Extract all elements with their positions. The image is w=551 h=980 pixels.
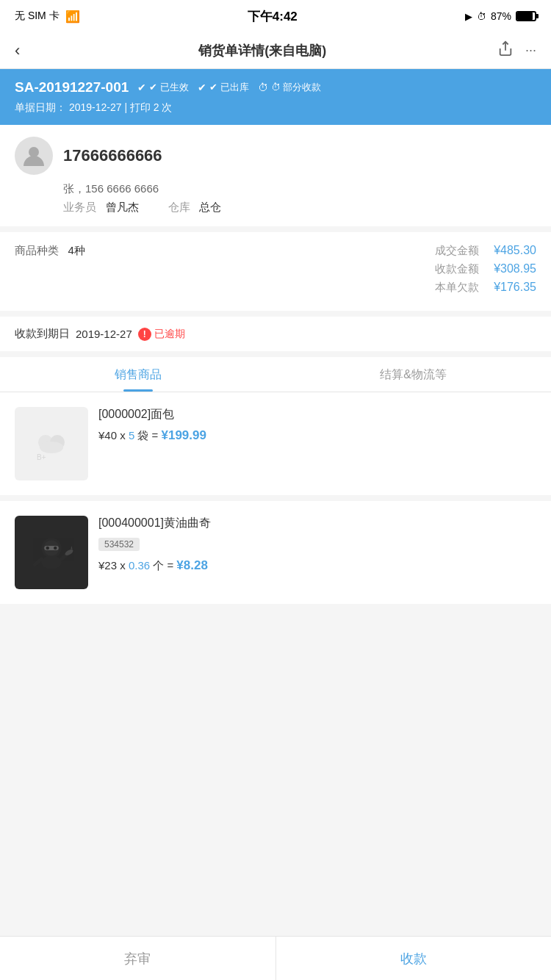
cancel-button[interactable]: 弃审 [0,937,276,980]
owed-value: ¥176.35 [494,281,536,295]
product-thumbnail-1: B+ [15,407,88,480]
due-date-value: 2019-12-27 [76,328,132,340]
summary-section: 商品种类 4种 成交金额 ¥485.30 收款金额 ¥308.95 本单欠款 ¥… [0,232,551,311]
deal-amount-label: 成交金额 [435,244,479,258]
avatar [15,137,53,175]
tabs-row: 销售商品 结算&物流等 [0,357,551,392]
product-type-label: 商品种类 [15,244,59,256]
customer-meta: 业务员 曾凡杰 仓库 总仓 [63,201,536,215]
salesperson-value: 曾凡杰 [106,201,139,213]
product-type-value: 4种 [68,244,85,256]
back-button[interactable]: ‹ [15,41,27,60]
price-qty-1: 5 [129,429,134,442]
received-label: 收款金额 [435,262,479,276]
svg-text:B+: B+ [37,453,46,461]
product-info-1: [0000002]面包 ¥40 x 5 袋 = ¥199.99 [98,407,536,443]
owed-label: 本单欠款 [435,281,479,295]
product-name-2: [000400001]黄油曲奇 [98,516,536,531]
warehouse-value: 总仓 [199,201,221,213]
badge-shipped: ✔ ✔ 已出库 [198,81,249,94]
alarm-icon: ⏱ [477,11,486,22]
confirm-button[interactable]: 收款 [276,937,552,980]
due-date-label: 收款到期日 [15,327,70,341]
summary-row: 商品种类 4种 成交金额 ¥485.30 收款金额 ¥308.95 本单欠款 ¥… [15,244,536,299]
header-date-info: 单据日期： 2019-12-27 | 打印 2 次 [15,101,536,115]
svg-line-12 [35,559,42,565]
price-total-1: ¥199.99 [162,428,206,442]
status-time: 下午4:42 [248,8,298,25]
share-button[interactable] [497,40,514,60]
salesperson-label: 业务员 [63,201,96,213]
tab-settlement-label: 结算&物流等 [380,368,447,381]
wifi-icon: 📶 [65,10,80,24]
product-tag-2: 534532 [98,538,140,551]
battery-percent: 87% [491,10,511,22]
received-value: ¥308.95 [494,262,536,276]
battery-icon [516,11,536,21]
order-id: SA-20191227-001 [15,79,129,96]
owed-amount-row: 本单欠款 ¥176.35 [435,281,536,295]
product-name-1: [0000002]面包 [98,407,536,422]
deal-amount-row: 成交金额 ¥485.30 [435,244,536,258]
tab-settlement[interactable]: 结算&物流等 [276,357,551,392]
price-total-2: ¥8.28 [176,558,208,572]
price-unit-2: 个 = [153,559,176,572]
due-date-section: 收款到期日 2019-12-27 ! 已逾期 [0,317,551,351]
price-unit-1: 袋 = [137,429,161,442]
tabs-section: 销售商品 结算&物流等 [0,357,551,392]
received-amount-row: 收款金额 ¥308.95 [435,262,536,276]
location-icon: ▶ [465,11,472,22]
clock-icon: ⏱ [258,82,268,93]
page-title: 销货单详情(来自电脑) [27,42,497,60]
svg-point-9 [46,547,50,550]
badge-partial: ⏱ ⏱ 部分收款 [258,81,322,94]
customer-row: 17666666666 [15,137,536,175]
customer-section: 17666666666 张，156 6666 6666 业务员 曾凡杰 仓库 总… [0,125,551,226]
product-price-2: ¥23 x 0.36 个 = ¥8.28 [98,558,536,573]
print-info: | 打印 2 次 [124,101,172,113]
check-icon-effective: ✔ [137,82,146,93]
svg-point-1 [29,147,39,157]
nav-bar: ‹ 销货单详情(来自电脑) ··· [0,32,551,69]
financial-summary: 成交金额 ¥485.30 收款金额 ¥308.95 本单欠款 ¥176.35 [435,244,536,299]
tab-products[interactable]: 销售商品 [0,357,276,392]
check-icon-shipped: ✔ [198,82,206,93]
list-item: [000400001]黄油曲奇 534532 ¥23 x 0.36 个 = ¥8… [0,501,551,610]
bottom-actions: 弃审 收款 [0,936,551,980]
date-value: 2019-12-27 [69,101,122,113]
status-left: 无 SIM 卡 📶 [15,10,80,24]
sim-label: 无 SIM 卡 [15,10,60,23]
more-button[interactable]: ··· [525,43,536,58]
product-price-1: ¥40 x 5 袋 = ¥199.99 [98,428,536,443]
warehouse-label: 仓库 [168,201,190,213]
svg-point-4 [40,442,63,453]
tab-products-label: 销售商品 [115,368,162,381]
date-label: 单据日期： [15,101,66,113]
customer-name-phone: 张，156 6666 6666 [63,182,536,196]
product-info-2: [000400001]黄油曲奇 534532 ¥23 x 0.36 个 = ¥8… [98,516,536,573]
overdue-label: 已逾期 [154,328,185,341]
deal-amount-value: ¥485.30 [494,244,536,258]
product-thumbnail-2 [15,516,88,589]
list-item: B+ [0000002]面包 ¥40 x 5 袋 = ¥199.99 [0,392,551,501]
customer-phone[interactable]: 17666666666 [63,146,162,165]
nav-actions: ··· [497,40,536,60]
price-base-1: ¥40 [98,429,117,442]
header-banner: SA-20191227-001 ✔ ✔ 已生效 ✔ ✔ 已出库 ⏱ ⏱ 部分收款… [0,69,551,125]
badge-effective: ✔ ✔ 已生效 [137,81,189,94]
svg-point-11 [42,556,62,569]
overdue-badge: ! 已逾期 [138,328,185,341]
price-base-2: ¥23 [98,559,117,572]
status-bar: 无 SIM 卡 📶 下午4:42 ▶ ⏱ 87% [0,0,551,32]
price-qty-2: 0.36 [129,559,150,572]
overdue-icon: ! [138,328,151,341]
product-list: B+ [0000002]面包 ¥40 x 5 袋 = ¥199.99 [0,392,551,610]
svg-point-10 [54,547,57,550]
warehouse-info: 仓库 总仓 [168,201,222,215]
status-right: ▶ ⏱ 87% [465,10,536,22]
product-type-info: 商品种类 4种 [15,244,85,258]
salesperson-info: 业务员 曾凡杰 [63,201,139,215]
